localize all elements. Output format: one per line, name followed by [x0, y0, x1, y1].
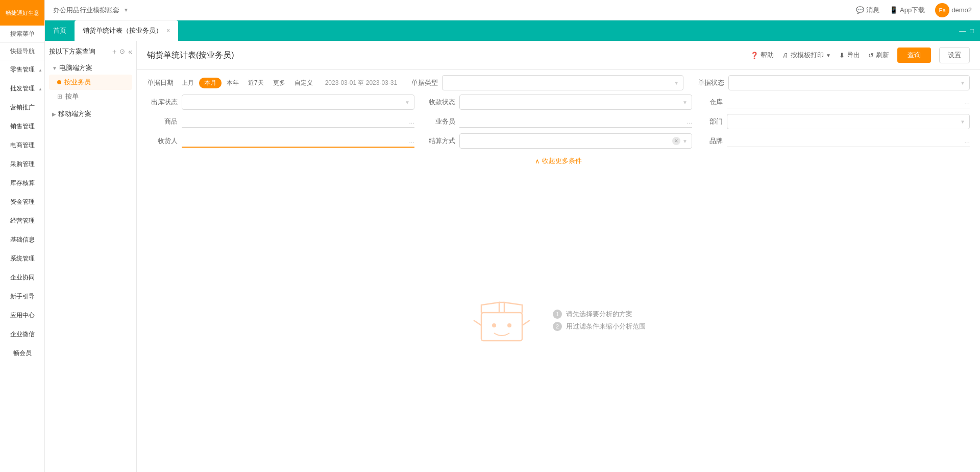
- message-btn[interactable]: 💬 消息: [856, 6, 879, 15]
- doctype-select[interactable]: ▼: [442, 75, 683, 90]
- date-tabs: 上月 本月 本年 近7天 更多 自定义: [178, 78, 317, 88]
- sidebar-item-inventory[interactable]: 库存核算: [0, 174, 44, 193]
- left-panel-icons: + ⊙ «: [112, 48, 132, 56]
- print-btn[interactable]: 🖨 按模板打印 ▼: [782, 51, 831, 60]
- refresh-btn[interactable]: ↺ 刷新: [868, 51, 889, 60]
- help-btn[interactable]: ❓ 帮助: [750, 51, 774, 60]
- filter-recvstatus-item: 收款状态 ▼: [425, 95, 692, 110]
- sidebar-item-system[interactable]: 系统管理: [0, 249, 44, 268]
- mobile-group-label: 移动端方案: [58, 109, 91, 119]
- svg-line-5: [522, 320, 530, 325]
- sidebar-item-apps[interactable]: 应用中心: [0, 306, 44, 325]
- sidebar-item-sales[interactable]: 销售管理: [0, 117, 44, 136]
- payment-select[interactable]: × ▼: [459, 133, 692, 149]
- recvstatus-arrow-icon: ▼: [682, 100, 688, 105]
- filter-salesperson-item: 业务员 ...: [425, 115, 692, 128]
- date-tab-last-month[interactable]: 上月: [178, 78, 198, 88]
- goods-label: 商品: [147, 117, 178, 126]
- print-label: 按模板打印: [791, 51, 824, 60]
- sidebar-item-enterprise[interactable]: 企业协同: [0, 268, 44, 287]
- filter-receiver-item: 收货人 ...: [147, 135, 414, 148]
- app-download-btn[interactable]: 📱 App下载: [890, 6, 925, 15]
- goods-dots-icon: ...: [409, 117, 414, 125]
- scheme-by-order[interactable]: ⊞ 按单: [49, 90, 132, 103]
- recvstatus-select[interactable]: ▼: [459, 95, 692, 110]
- outstatus-label: 出库状态: [147, 98, 178, 107]
- collapse-panel-icon[interactable]: «: [128, 48, 132, 56]
- left-panel-header: 按以下方案查询 + ⊙ «: [49, 47, 132, 56]
- settings-button[interactable]: 设置: [939, 47, 970, 63]
- sidebar-item-ops[interactable]: 经营管理: [0, 211, 44, 230]
- tab-close-icon[interactable]: ×: [166, 27, 170, 34]
- dept-select[interactable]: ▼: [727, 114, 970, 129]
- scheme-salesperson-label: 按业务员: [64, 78, 91, 87]
- goods-input[interactable]: ...: [182, 115, 414, 128]
- sidebar-item-finance[interactable]: 资金管理: [0, 193, 44, 211]
- receiver-input[interactable]: ...: [182, 135, 414, 148]
- user-menu[interactable]: Ea demo2: [935, 3, 972, 17]
- date-tab-more[interactable]: 更多: [269, 78, 289, 88]
- collapse-bar[interactable]: ∧ 收起更多条件: [137, 153, 980, 169]
- sidebar-quicknav[interactable]: 快捷导航: [0, 43, 44, 60]
- export-btn[interactable]: ⬇ 导出: [839, 51, 860, 60]
- sidebar-item-retail[interactable]: 零售管理: [0, 60, 44, 79]
- app-name-dropdown-icon[interactable]: ▼: [124, 7, 129, 13]
- scheme-group-desktop-header[interactable]: ▼ 电脑端方案: [49, 61, 132, 75]
- filter-date-item: 单据日期 上月 本月 本年 近7天 更多 自定义 2023-03-01 至 20…: [147, 78, 397, 88]
- content-area: 按以下方案查询 + ⊙ « ▼ 电脑端方案 按业务员 ⊞ 按单: [45, 41, 980, 472]
- tab-sales-stats[interactable]: 销货单统计表（按业务员） ×: [75, 20, 178, 41]
- query-button[interactable]: 查询: [897, 48, 931, 63]
- filter-row-3: 商品 ... 业务员 ... 部门: [137, 114, 980, 133]
- scheme-by-salesperson[interactable]: 按业务员: [49, 75, 132, 90]
- payment-clear-icon[interactable]: ×: [672, 137, 680, 145]
- scheme-group-mobile-header[interactable]: ▶ 移动端方案: [49, 107, 132, 121]
- window-min-icon[interactable]: —: [959, 27, 966, 35]
- sidebar-item-wechat[interactable]: 企业微信: [0, 325, 44, 344]
- scheme-order-label: 按单: [65, 92, 79, 101]
- add-scheme-icon[interactable]: +: [112, 48, 116, 56]
- username: demo2: [951, 6, 972, 14]
- group-arrow-icon: ▼: [52, 65, 57, 71]
- refresh-icon: ↺: [868, 52, 874, 59]
- tab-active-label: 销货单统计表（按业务员）: [83, 26, 162, 35]
- brand-dots-icon: ...: [964, 137, 970, 145]
- date-tab-7days[interactable]: 近7天: [244, 78, 268, 88]
- hint-text-2: 用过滤条件来缩小分析范围: [566, 322, 646, 331]
- brand-input[interactable]: ...: [727, 135, 970, 147]
- tab-home[interactable]: 首页: [45, 20, 75, 41]
- topbar-left: 办公用品行业模拟账套 ▼: [53, 6, 129, 15]
- grid-icon: ⊞: [57, 93, 62, 100]
- date-tab-custom[interactable]: 自定义: [290, 78, 317, 88]
- date-label: 单据日期: [147, 78, 174, 87]
- sidebar-logo: 畅捷通好生意: [0, 0, 44, 26]
- sidebar-item-marketing[interactable]: 营销推广: [0, 98, 44, 117]
- left-panel: 按以下方案查询 + ⊙ « ▼ 电脑端方案 按业务员 ⊞ 按单: [45, 41, 137, 472]
- sidebar-item-purchase[interactable]: 采购管理: [0, 155, 44, 174]
- salesperson-label: 业务员: [425, 117, 455, 126]
- refresh-label: 刷新: [876, 51, 889, 60]
- sidebar: 畅捷通好生意 搜索菜单 快捷导航 零售管理 批发管理 营销推广 销售管理 电商管…: [0, 0, 45, 472]
- sidebar-item-newbie[interactable]: 新手引导: [0, 287, 44, 306]
- warehouse-input[interactable]: ...: [727, 96, 970, 108]
- payment-controls: × ▼: [672, 137, 688, 145]
- print-dropdown-icon: ▼: [826, 53, 831, 58]
- window-max-icon[interactable]: □: [970, 27, 974, 35]
- payment-label: 结算方式: [425, 136, 455, 146]
- sidebar-item-wholesale[interactable]: 批发管理: [0, 79, 44, 98]
- filter-payment-item: 结算方式 × ▼: [425, 133, 692, 149]
- collapse-chevron-icon: ∧: [535, 157, 540, 165]
- docstatus-select[interactable]: ▼: [728, 75, 970, 90]
- edit-scheme-icon[interactable]: ⊙: [119, 48, 125, 56]
- date-tab-this-year[interactable]: 本年: [223, 78, 243, 88]
- topbar: 办公用品行业模拟账套 ▼ 💬 消息 📱 App下载 Ea demo2: [45, 0, 980, 20]
- date-tab-this-month[interactable]: 本月: [199, 78, 222, 88]
- sidebar-item-vip[interactable]: 畅会员: [0, 344, 44, 363]
- sidebar-search[interactable]: 搜索菜单: [0, 26, 44, 43]
- sidebar-item-ecom[interactable]: 电商管理: [0, 136, 44, 155]
- salesperson-input[interactable]: ...: [459, 115, 692, 128]
- docstatus-label: 单据状态: [694, 78, 724, 87]
- sidebar-item-basic[interactable]: 基础信息: [0, 230, 44, 249]
- filter-doctype-item: 单据类型 ▼: [407, 75, 683, 90]
- outstatus-select[interactable]: ▼: [182, 95, 414, 110]
- filter-dept-item: 部门 ▼: [702, 114, 970, 129]
